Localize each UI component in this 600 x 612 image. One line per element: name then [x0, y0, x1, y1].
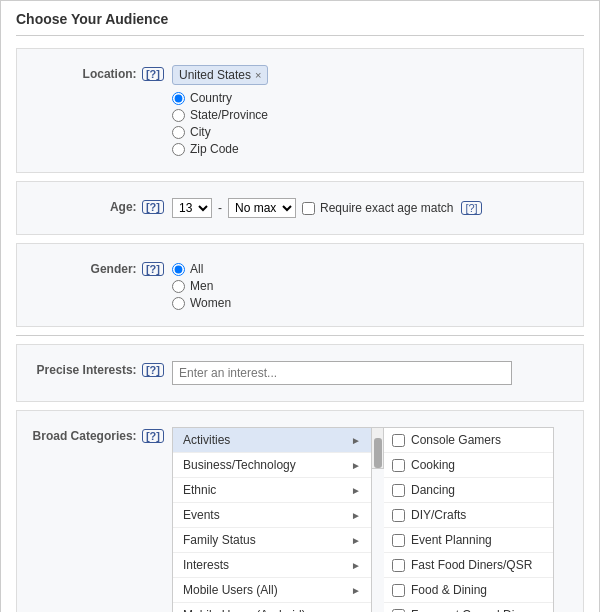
checkbox-frequent-casual[interactable] — [392, 609, 405, 613]
right-item-diy[interactable]: DIY/Crafts — [384, 503, 553, 528]
broad-categories-row: Broad Categories: [?] Activities ► Busin… — [17, 421, 583, 612]
age-row: Age: [?] 13 14 15 16 17 18 - No max — [17, 192, 583, 224]
right-item-fast-food[interactable]: Fast Food Diners/QSR — [384, 553, 553, 578]
precise-interests-label: Precise Interests: [?] — [27, 361, 172, 377]
category-arrow-2: ► — [351, 485, 361, 496]
category-family-status[interactable]: Family Status ► — [173, 528, 371, 553]
checkbox-event-planning[interactable] — [392, 534, 405, 547]
precise-interests-row: Precise Interests: [?] — [17, 355, 583, 391]
location-tag: United States × — [172, 65, 268, 85]
divider-1 — [16, 335, 584, 336]
age-min-select[interactable]: 13 14 15 16 17 18 — [172, 198, 212, 218]
precise-interests-input[interactable] — [172, 361, 512, 385]
right-item-event-planning[interactable]: Event Planning — [384, 528, 553, 553]
category-arrow-0: ► — [351, 435, 361, 446]
scroll-thumb — [374, 438, 382, 468]
age-label: Age: [?] — [27, 198, 172, 214]
checkbox-fast-food[interactable] — [392, 559, 405, 572]
category-activities[interactable]: Activities ► — [173, 428, 371, 453]
category-arrow-3: ► — [351, 510, 361, 521]
broad-categories-help[interactable]: [?] — [142, 429, 164, 443]
right-item-dancing[interactable]: Dancing — [384, 478, 553, 503]
category-mobile-all[interactable]: Mobile Users (All) ► — [173, 578, 371, 603]
exact-age-checkbox[interactable] — [302, 202, 315, 215]
category-arrow-6: ► — [351, 585, 361, 596]
age-max-select[interactable]: No max 18 21 25 30 — [228, 198, 296, 218]
precise-interests-help[interactable]: [?] — [142, 363, 164, 377]
gender-help[interactable]: [?] — [142, 262, 164, 276]
location-option-country[interactable]: Country — [172, 91, 573, 105]
precise-interests-section: Precise Interests: [?] — [16, 344, 584, 402]
gender-section: Gender: [?] All Men Women — [16, 243, 584, 327]
age-help[interactable]: [?] — [142, 200, 164, 214]
location-label: Location: [?] — [27, 65, 172, 81]
category-ethnic[interactable]: Ethnic ► — [173, 478, 371, 503]
location-section: Location: [?] United States × Country St… — [16, 48, 584, 173]
broad-categories-lists: Activities ► Business/Technology ► Ethni… — [172, 427, 573, 612]
gender-radio-group: All Men Women — [172, 260, 573, 310]
age-controls: 13 14 15 16 17 18 - No max 18 21 25 30 — [172, 198, 573, 218]
checkbox-dancing[interactable] — [392, 484, 405, 497]
category-interests[interactable]: Interests ► — [173, 553, 371, 578]
category-business-technology[interactable]: Business/Technology ► — [173, 453, 371, 478]
location-row: Location: [?] United States × Country St… — [17, 59, 583, 162]
location-radio-group: Country State/Province City Zip Code — [172, 89, 573, 156]
location-option-state[interactable]: State/Province — [172, 108, 573, 122]
categories-right-list: Console Gamers Cooking Dancing DIY/ — [384, 427, 554, 612]
main-container: Choose Your Audience Location: [?] Unite… — [0, 0, 600, 612]
right-item-frequent-casual[interactable]: Frequent Casual Diner — [384, 603, 553, 612]
checkbox-food-dining[interactable] — [392, 584, 405, 597]
gender-option-women[interactable]: Women — [172, 296, 573, 310]
right-item-cooking[interactable]: Cooking — [384, 453, 553, 478]
location-help[interactable]: [?] — [142, 67, 164, 81]
categories-left-list: Activities ► Business/Technology ► Ethni… — [172, 427, 372, 612]
gender-row: Gender: [?] All Men Women — [17, 254, 583, 316]
category-events[interactable]: Events ► — [173, 503, 371, 528]
gender-option-all[interactable]: All — [172, 262, 573, 276]
location-content: United States × Country State/Province C… — [172, 65, 573, 156]
precise-interests-content — [172, 361, 573, 385]
location-option-city[interactable]: City — [172, 125, 573, 139]
checkbox-console-gamers[interactable] — [392, 434, 405, 447]
broad-categories-content: Activities ► Business/Technology ► Ethni… — [172, 427, 573, 612]
gender-label: Gender: [?] — [27, 260, 172, 276]
right-item-console-gamers[interactable]: Console Gamers — [384, 428, 553, 453]
broad-categories-label: Broad Categories: [?] — [27, 427, 172, 443]
exact-age-help[interactable]: [?] — [461, 201, 481, 215]
categories-scrollbar[interactable] — [372, 427, 384, 469]
right-item-food-dining[interactable]: Food & Dining — [384, 578, 553, 603]
gender-content: All Men Women — [172, 260, 573, 310]
gender-option-men[interactable]: Men — [172, 279, 573, 293]
age-section: Age: [?] 13 14 15 16 17 18 - No max — [16, 181, 584, 235]
location-option-zip[interactable]: Zip Code — [172, 142, 573, 156]
exact-age-checkbox-item[interactable]: Require exact age match — [302, 201, 453, 215]
broad-categories-section: Broad Categories: [?] Activities ► Busin… — [16, 410, 584, 612]
category-arrow-4: ► — [351, 535, 361, 546]
page-title: Choose Your Audience — [16, 11, 584, 36]
location-tag-close[interactable]: × — [255, 69, 261, 81]
category-arrow-1: ► — [351, 460, 361, 471]
checkbox-diy[interactable] — [392, 509, 405, 522]
category-mobile-android[interactable]: Mobile Users (Android) ► — [173, 603, 371, 612]
age-separator: - — [218, 201, 222, 215]
checkbox-cooking[interactable] — [392, 459, 405, 472]
category-arrow-5: ► — [351, 560, 361, 571]
age-content: 13 14 15 16 17 18 - No max 18 21 25 30 — [172, 198, 573, 218]
